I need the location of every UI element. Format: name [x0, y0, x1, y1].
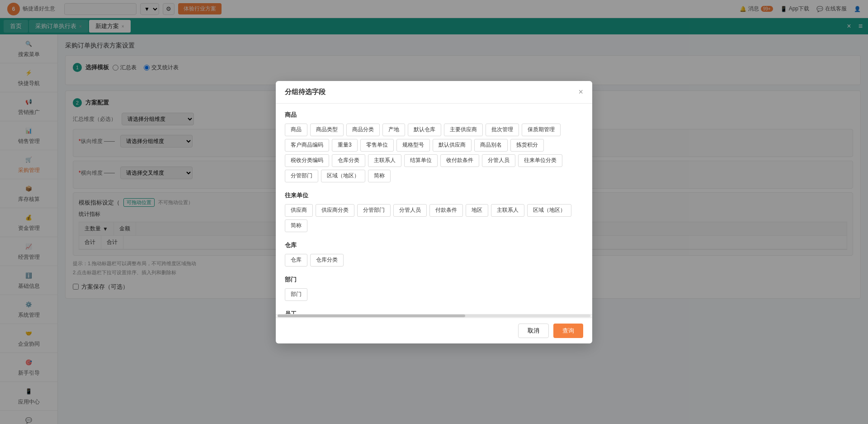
- modal-title: 分组待选字段: [285, 88, 326, 96]
- field-group-employee-title: 员工: [285, 310, 583, 314]
- modal-overlay: 分组待选字段 × 商品 商品 商品类型 商品分类 产地 默认仓库 主要供应商 批…: [0, 0, 868, 424]
- modal-close-btn[interactable]: ×: [578, 87, 583, 97]
- field-group-dept: 部门 部门: [285, 276, 583, 301]
- field-tag[interactable]: 部门: [285, 288, 307, 301]
- modal-body: 商品 商品 商品类型 商品分类 产地 默认仓库 主要供应商 批次管理 保质期管理…: [276, 104, 592, 314]
- field-tag[interactable]: 主联系人: [491, 204, 524, 217]
- field-group-dept-title: 部门: [285, 276, 583, 284]
- field-tag[interactable]: 重量3: [332, 139, 358, 152]
- field-group-warehouse-title: 仓库: [285, 241, 583, 249]
- field-tag[interactable]: 分管部门: [285, 170, 318, 182]
- field-tags-partner: 供应商 供应商分类 分管部门 分管人员 付款条件 地区 主联系人 区域（地区） …: [285, 204, 583, 232]
- field-group-goods: 商品 商品 商品类型 商品分类 产地 默认仓库 主要供应商 批次管理 保质期管理…: [285, 111, 583, 182]
- field-tag[interactable]: 仓库分类: [332, 154, 365, 167]
- field-group-partner-title: 往来单位: [285, 191, 583, 200]
- field-tag[interactable]: 客户商品编码: [285, 139, 329, 152]
- field-tag[interactable]: 商品分类: [346, 124, 380, 136]
- field-tag[interactable]: 税收分类编码: [285, 154, 329, 167]
- field-tag[interactable]: 默认仓库: [408, 124, 441, 136]
- hscroll-thumb[interactable]: [278, 314, 465, 317]
- field-tag[interactable]: 简称: [368, 170, 391, 182]
- field-tag[interactable]: 仓库分类: [310, 254, 344, 267]
- field-select-modal: 分组待选字段 × 商品 商品 商品类型 商品分类 产地 默认仓库 主要供应商 批…: [276, 81, 592, 343]
- field-tag[interactable]: 付款条件: [429, 204, 463, 217]
- field-tag[interactable]: 零售单位: [360, 139, 394, 152]
- field-tag[interactable]: 区域（地区）: [321, 170, 365, 182]
- cancel-button[interactable]: 取消: [518, 324, 549, 338]
- field-tag[interactable]: 收付款条件: [440, 154, 479, 167]
- field-tag[interactable]: 保质期管理: [522, 124, 561, 136]
- field-tag[interactable]: 供应商: [285, 204, 313, 217]
- field-tags-warehouse: 仓库 仓库分类: [285, 254, 583, 267]
- field-tag[interactable]: 商品别名: [474, 139, 508, 152]
- field-tag[interactable]: 商品类型: [310, 124, 344, 136]
- field-tag[interactable]: 简称: [285, 219, 307, 232]
- field-tag[interactable]: 结算单位: [404, 154, 438, 167]
- field-tag[interactable]: 默认供应商: [433, 139, 472, 152]
- field-tags-goods: 商品 商品类型 商品分类 产地 默认仓库 主要供应商 批次管理 保质期管理 客户…: [285, 124, 583, 182]
- modal-footer: 取消 查询: [276, 318, 592, 343]
- field-group-warehouse: 仓库 仓库 仓库分类: [285, 241, 583, 267]
- hscroll-track: [278, 314, 590, 317]
- field-group-partner: 往来单位 供应商 供应商分类 分管部门 分管人员 付款条件 地区 主联系人 区域…: [285, 191, 583, 232]
- field-tag[interactable]: 分管部门: [357, 204, 391, 217]
- field-tag[interactable]: 商品: [285, 124, 307, 136]
- field-tag[interactable]: 规格型号: [396, 139, 430, 152]
- field-tag[interactable]: 往来单位分类: [518, 154, 562, 167]
- field-tag[interactable]: 分管人员: [482, 154, 515, 167]
- modal-hscrollbar[interactable]: [276, 314, 592, 317]
- field-tag[interactable]: 主联系人: [368, 154, 401, 167]
- field-tag[interactable]: 产地: [382, 124, 405, 136]
- field-tag[interactable]: 地区: [466, 204, 488, 217]
- field-tag[interactable]: 主要供应商: [444, 124, 483, 136]
- modal-header: 分组待选字段 ×: [276, 81, 592, 104]
- field-tag[interactable]: 分管人员: [393, 204, 427, 217]
- field-tags-dept: 部门: [285, 288, 583, 301]
- field-group-goods-title: 商品: [285, 111, 583, 119]
- field-tag[interactable]: 供应商分类: [316, 204, 354, 217]
- field-tag[interactable]: 批次管理: [486, 124, 519, 136]
- field-group-employee: 员工 业务员: [285, 310, 583, 314]
- field-tag[interactable]: 拣货积分: [510, 139, 544, 152]
- field-tag[interactable]: 区域（地区）: [527, 204, 571, 217]
- field-tag[interactable]: 仓库: [285, 254, 307, 267]
- confirm-button[interactable]: 查询: [553, 324, 583, 338]
